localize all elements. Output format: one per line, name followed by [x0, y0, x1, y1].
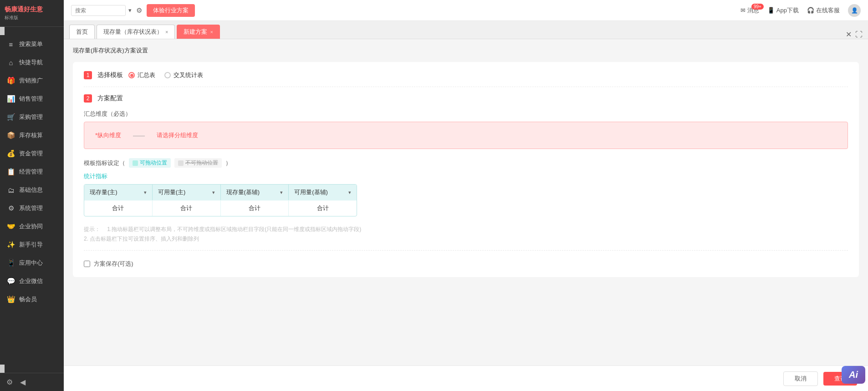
content-area: 现存量(库存状况表)方案设置 1 选择模板 汇总表 交叉统计表: [64, 39, 868, 365]
sidebar-item-label: 系统管理: [19, 204, 43, 212]
dimension-hint: 请选择分组维度: [157, 131, 198, 139]
tab-new-plan[interactable]: 新建方案 ×: [177, 25, 220, 39]
message-btn[interactable]: ✉ 消息 99+: [740, 6, 759, 15]
sidebar-item-label: 销售管理: [19, 95, 43, 103]
col-current-main[interactable]: 现存量(主) ▾: [84, 185, 153, 200]
cell-available-aux: 合计: [289, 201, 357, 216]
app-edition: 标准版: [5, 15, 59, 21]
sales-icon: 📊: [6, 95, 15, 103]
sidebar-item-enterprise[interactable]: 🤝 企业协同: [0, 217, 64, 236]
sidebar-item-quick-nav[interactable]: ⌂ 快捷导航: [0, 53, 64, 72]
search-menu-icon: ≡: [6, 41, 15, 48]
sidebar-scroll-bottom[interactable]: ▼: [0, 365, 5, 373]
cell-current-main: 合计: [84, 201, 153, 216]
col-current-aux[interactable]: 现存量(基辅) ▾: [221, 185, 289, 200]
member-icon: 👑: [6, 295, 15, 304]
tab-home[interactable]: 首页: [69, 25, 95, 39]
sidebar-item-search-menu[interactable]: ≡ 搜索菜单: [0, 35, 64, 53]
settings-card: 1 选择模板 汇总表 交叉统计表 2 方案配置: [73, 62, 859, 277]
message-icon: ✉: [740, 7, 745, 14]
step2-badge: 2: [84, 94, 92, 103]
radio-summary[interactable]: 汇总表: [128, 71, 155, 79]
sidebar-item-inventory[interactable]: 📦 库存核算: [0, 126, 64, 144]
page-title: 现存量(库存状况表)方案设置: [73, 46, 859, 55]
trial-btn[interactable]: 体验行业方案: [147, 4, 195, 17]
tip-label: 提示：: [84, 226, 106, 232]
customer-service-btn[interactable]: 🎧 在线客服: [807, 6, 840, 15]
sidebar-item-marketing[interactable]: 🎁 营销推广: [0, 72, 64, 90]
topbar-gear-icon[interactable]: ⚙: [136, 6, 142, 15]
tips-section: 提示： 1.拖动标题栏可以调整布局，不可跨维度或指标区域拖动栏目字段(只能在同一…: [84, 226, 848, 243]
indicator-label: 模板指标设定（ 可拖动位置 不可拖动位置 ）: [84, 158, 848, 168]
col-current-main-label: 现存量(主): [90, 188, 117, 196]
sidebar: 畅康通好生意 标准版 ▲ ≡ 搜索菜单 ⌂ 快捷导航 🎁 营销推广 📊 销售管理…: [0, 0, 64, 391]
app-download-btn[interactable]: 📱 App下载: [767, 6, 799, 15]
topbar-search-area: ▾: [71, 5, 132, 16]
col-current-aux-label: 现存量(基辅): [226, 188, 260, 196]
col-available-main[interactable]: 可用量(主) ▾: [153, 185, 221, 200]
sidebar-collapse-icon[interactable]: ◀: [20, 378, 26, 386]
sidebar-item-finance[interactable]: 💰 资金管理: [0, 144, 64, 163]
system-icon: ⚙: [6, 204, 15, 212]
tab-inventory-close-icon[interactable]: ×: [165, 29, 168, 35]
sidebar-item-label: 快捷导航: [19, 58, 43, 67]
save-label: 方案保存(可选): [94, 260, 133, 268]
col-available-aux[interactable]: 可用量(基辅) ▾: [289, 185, 357, 200]
step2-row: 2 方案配置: [84, 94, 848, 103]
cancel-button[interactable]: 取消: [783, 371, 818, 386]
save-checkbox[interactable]: [84, 261, 90, 267]
sidebar-item-purchase[interactable]: 🛒 采购管理: [0, 108, 64, 126]
dimension-arrow: ——: [133, 132, 145, 139]
headphone-icon: 🎧: [807, 7, 814, 14]
sidebar-settings-icon[interactable]: ⚙: [6, 378, 13, 386]
sidebar-item-enterprise-wechat[interactable]: 💬 企业微信: [0, 272, 64, 290]
col-available-main-label: 可用量(主): [158, 188, 186, 196]
col-available-aux-label: 可用量(基辅): [294, 188, 328, 196]
app-download-label: App下载: [776, 6, 799, 15]
user-avatar[interactable]: 👤: [848, 4, 861, 17]
sidebar-item-app-center[interactable]: 📱 应用中心: [0, 254, 64, 272]
radio-cross-dot: [164, 72, 171, 78]
sidebar-item-label: 畅会员: [19, 295, 37, 304]
tab-close-all-btn[interactable]: ✕: [846, 30, 852, 39]
cell-available-main: 合计: [153, 201, 221, 216]
stats-table-row: 合计 合计 合计 合计: [84, 200, 357, 216]
tab-new-plan-close-icon[interactable]: ×: [210, 29, 213, 35]
sidebar-item-system[interactable]: ⚙ 系统管理: [0, 199, 64, 217]
app-download-icon: 📱: [767, 7, 775, 14]
enterprise-icon: 🤝: [6, 222, 15, 231]
dimension-box[interactable]: *纵向维度 —— 请选择分组维度: [84, 122, 848, 149]
sidebar-scroll-top[interactable]: ▲: [0, 27, 5, 35]
tab-new-plan-label: 新建方案: [184, 28, 207, 36]
tab-expand-btn[interactable]: ⛶: [855, 31, 863, 39]
indicator-settings-title: 模板指标设定（: [84, 159, 125, 167]
tab-inventory-status[interactable]: 现存量（库存状况表） ×: [97, 25, 175, 39]
sidebar-item-sales[interactable]: 📊 销售管理: [0, 90, 64, 108]
dropdown-icon[interactable]: ▾: [128, 7, 132, 14]
static-chip: 不可拖动位置: [174, 158, 222, 168]
radio-summary-label: 汇总表: [138, 71, 155, 79]
save-option: 方案保存(可选): [84, 260, 848, 268]
sidebar-item-basic-info[interactable]: 🗂 基础信息: [0, 181, 64, 199]
col-available-main-chevron[interactable]: ▾: [212, 190, 215, 196]
col-current-aux-chevron[interactable]: ▾: [280, 190, 283, 196]
scroll-down-btn[interactable]: ▼: [0, 365, 5, 373]
sidebar-item-label: 企业协同: [19, 222, 43, 231]
sidebar-nav: ≡ 搜索菜单 ⌂ 快捷导航 🎁 营销推广 📊 销售管理 🛒 采购管理 📦 库存核…: [0, 35, 64, 365]
sidebar-item-operations[interactable]: 📋 经营管理: [0, 163, 64, 181]
col-current-main-chevron[interactable]: ▾: [144, 190, 147, 196]
step1-row: 1 选择模板 汇总表 交叉统计表: [84, 71, 848, 79]
scroll-up-btn[interactable]: ▲: [0, 27, 5, 35]
sidebar-item-member[interactable]: 👑 畅会员: [0, 290, 64, 309]
step2-label: 方案配置: [97, 94, 123, 103]
search-input[interactable]: [71, 5, 126, 16]
sidebar-item-label: 经营管理: [19, 168, 43, 176]
new-guide-icon: ✨: [6, 241, 15, 249]
ai-badge[interactable]: Ai: [842, 366, 865, 384]
sidebar-item-label: 资金管理: [19, 149, 43, 158]
radio-cross[interactable]: 交叉统计表: [164, 71, 203, 79]
col-available-aux-chevron[interactable]: ▾: [348, 190, 351, 196]
sidebar-item-new-guide[interactable]: ✨ 新手引导: [0, 236, 64, 254]
operations-icon: 📋: [6, 168, 15, 176]
inventory-icon: 📦: [6, 131, 15, 139]
